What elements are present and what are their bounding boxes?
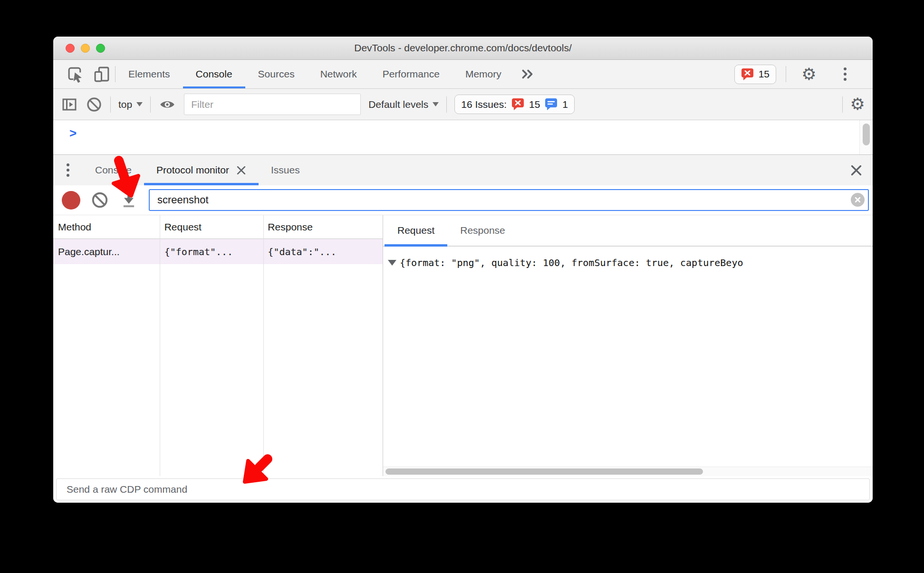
cell-method: Page.captur...	[53, 246, 160, 258]
protocol-monitor-toolbar	[53, 185, 873, 215]
log-levels-selector[interactable]: Default levels	[368, 99, 439, 110]
devtools-window: DevTools - developer.chrome.com/docs/dev…	[53, 37, 873, 503]
toolbar-right-cluster: 15 ⚙	[734, 60, 873, 88]
json-property-line[interactable]: format: "png"	[383, 291, 873, 310]
tab-elements[interactable]: Elements	[116, 60, 183, 88]
device-toolbar-icon[interactable]	[88, 60, 115, 88]
detail-tab-request[interactable]: Request	[385, 215, 447, 246]
traffic-lights	[66, 37, 105, 59]
table-row[interactable]: Page.captur... {"format"... {"data":"...	[53, 239, 383, 264]
cdp-command-input[interactable]	[56, 478, 870, 500]
detail-scrollbar-thumb[interactable]	[385, 468, 703, 475]
screenshot-canvas: DevTools - developer.chrome.com/docs/dev…	[0, 0, 924, 573]
close-window-button[interactable]	[66, 44, 75, 53]
column-divider[interactable]	[263, 215, 264, 476]
clear-console-icon[interactable]	[86, 96, 103, 113]
cell-response: {"data":"...	[263, 246, 383, 258]
json-root-line[interactable]: {format: "png", quality: 100, fromSurfac…	[383, 253, 873, 272]
console-prompt-chevron[interactable]: >	[69, 126, 77, 141]
protocol-filter-wrap	[149, 189, 869, 211]
tab-memory[interactable]: Memory	[452, 60, 514, 88]
error-count-badge[interactable]: 15	[734, 65, 776, 84]
drawer-tab-protocol-monitor[interactable]: Protocol monitor	[144, 155, 259, 185]
json-property-line[interactable]: quality: 100	[383, 329, 873, 348]
tab-performance[interactable]: Performance	[370, 60, 452, 88]
tab-sources[interactable]: Sources	[245, 60, 308, 88]
save-download-icon[interactable]	[119, 191, 138, 210]
json-property-line[interactable]: fromSurface: true	[383, 310, 873, 329]
protocol-table: Method Request Response Page.captur... {…	[53, 215, 383, 476]
issues-error-count: 15	[529, 99, 540, 110]
detail-tab-response[interactable]: Response	[447, 215, 518, 246]
console-scrollbar[interactable]	[859, 120, 873, 154]
json-preview-text: {format: "png", quality: 100, fromSurfac…	[400, 253, 743, 272]
json-property-line[interactable]: captureBeyondViewport: true	[383, 272, 873, 291]
toolbar-divider	[150, 96, 151, 113]
drawer-tabbar: Console Protocol monitor Issues	[53, 154, 873, 185]
protocol-filter-input[interactable]	[149, 189, 869, 211]
protocol-monitor-content: Method Request Response Page.captur... {…	[53, 215, 873, 476]
window-title: DevTools - developer.chrome.com/docs/dev…	[354, 42, 572, 54]
column-divider[interactable]	[160, 215, 160, 476]
drawer-tab-console[interactable]: Console	[83, 155, 144, 185]
minimize-window-button[interactable]	[81, 44, 90, 53]
issues-counter[interactable]: 16 Issues: 15 1	[454, 95, 575, 114]
toolbar-divider	[786, 66, 786, 82]
clear-filter-icon[interactable]	[851, 193, 865, 207]
zoom-window-button[interactable]	[96, 44, 105, 53]
eye-icon[interactable]	[158, 96, 176, 114]
table-header-row: Method Request Response	[53, 215, 383, 239]
clear-all-icon[interactable]	[91, 191, 109, 209]
toolbar-divider	[842, 96, 843, 113]
caret-down-icon	[136, 102, 143, 106]
detail-tabbar: Request Response	[383, 215, 873, 247]
console-messages-area[interactable]: >	[53, 120, 873, 154]
expand-triangle-icon[interactable]	[388, 260, 396, 266]
drawer-tab-issues[interactable]: Issues	[259, 155, 312, 185]
error-bubble-icon	[511, 98, 524, 111]
console-settings-gear-icon[interactable]: ⚙	[850, 96, 865, 113]
main-menu-kebab-icon[interactable]	[832, 67, 858, 81]
cdp-command-bar	[53, 476, 873, 503]
main-toolbar: Elements Console Sources Network Perform…	[53, 60, 873, 89]
console-toolbar: top Default levels 16 Issues:	[53, 89, 873, 120]
error-bubble-icon	[741, 68, 754, 81]
error-count: 15	[759, 68, 770, 80]
context-selector[interactable]: top	[118, 99, 143, 110]
column-header-request[interactable]: Request	[160, 221, 263, 233]
issues-label: 16 Issues:	[461, 99, 507, 110]
detail-horizontal-scrollbar[interactable]	[383, 467, 873, 476]
drawer-menu-kebab-icon[interactable]	[53, 155, 83, 185]
issue-bubble-icon	[545, 98, 558, 111]
tab-console[interactable]: Console	[183, 60, 245, 88]
more-tabs-icon[interactable]	[514, 60, 541, 88]
record-button[interactable]	[62, 191, 80, 210]
titlebar: DevTools - developer.chrome.com/docs/dev…	[53, 37, 873, 60]
toolbar-divider	[446, 96, 447, 113]
column-header-method[interactable]: Method	[53, 221, 160, 233]
cell-request: {"format"...	[160, 246, 263, 258]
request-detail-panel: Request Response {format: "png", quality…	[383, 215, 873, 476]
tab-network[interactable]: Network	[308, 60, 370, 88]
settings-gear-icon[interactable]: ⚙	[796, 66, 822, 83]
tab-close-icon[interactable]	[236, 165, 246, 175]
console-scrollbar-thumb[interactable]	[863, 124, 870, 145]
issues-warning-count: 1	[562, 99, 568, 110]
inspect-icon[interactable]	[62, 60, 88, 88]
caret-down-icon	[433, 102, 439, 106]
toolbar-divider	[110, 96, 111, 113]
column-header-response[interactable]: Response	[263, 221, 383, 233]
show-sidebar-icon[interactable]	[61, 96, 78, 113]
console-filter-input[interactable]	[184, 94, 361, 115]
json-tree-view: {format: "png", quality: 100, fromSurfac…	[383, 247, 873, 467]
drawer-close-icon[interactable]	[839, 155, 873, 185]
